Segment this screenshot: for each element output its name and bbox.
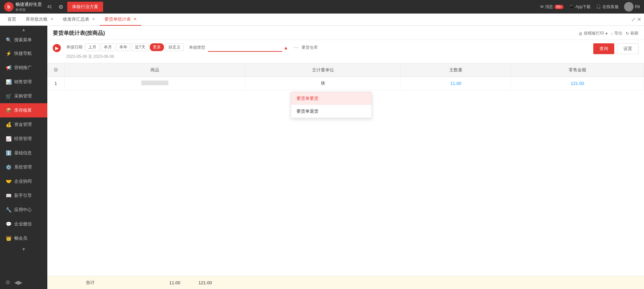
nav-number: 41: [45, 4, 54, 9]
table-footer: 合计 11.00 121.00: [47, 276, 644, 289]
sidebar-item-inventory[interactable]: 📦 库存核算: [0, 103, 47, 117]
data-table: ⚙ 商品 主计量单位 主数量 零售金额 1 块: [47, 63, 644, 90]
print-icon: 🖨: [578, 31, 582, 36]
message-btn[interactable]: ✉ 消息 99+: [540, 4, 564, 10]
tab-home[interactable]: 首页: [3, 14, 21, 26]
print-btn[interactable]: 🖨 按模板打印 ▾: [578, 30, 607, 36]
app-download-btn[interactable]: 📱 App下载: [569, 4, 591, 10]
quicknav-icon: ⚡: [5, 50, 11, 57]
col-amount: 零售金额: [511, 63, 644, 77]
enterprise-icon: 🤝: [5, 178, 11, 184]
tab-close-requisition-stats[interactable]: ✕: [134, 17, 137, 21]
sidebar-scroll-up[interactable]: ▲: [0, 26, 47, 34]
nav-gear-icon[interactable]: ⚙: [57, 4, 65, 10]
settings-btn[interactable]: 设置: [617, 43, 639, 54]
sidebar-item-quicknav[interactable]: ⚡ 快捷导航: [0, 46, 47, 61]
message-badge: 99+: [554, 5, 564, 9]
page-header: 要货单统计表(按商品) 🖨 按模板打印 ▾ ↓ 导出 ↻ 刷新: [47, 26, 644, 40]
marketing-icon: 📢: [5, 65, 11, 71]
type-dropdown: 要货单要货 要货单退货: [291, 92, 372, 118]
user-avatar[interactable]: Rit: [624, 2, 640, 12]
sidebar-item-enterprise[interactable]: 🤝 企业协同: [0, 174, 47, 188]
tab-requisition-stats[interactable]: 要货单统计表 ✕: [100, 14, 141, 26]
type-select-input[interactable]: [208, 43, 282, 52]
date-btn-last-7days[interactable]: 近7天: [132, 43, 148, 51]
industry-btn[interactable]: 体验行业方案: [67, 2, 103, 12]
sidebar-item-marketing[interactable]: 📢 营销推广: [0, 61, 47, 75]
top-header: b 畅捷通好生意 标准版 41 ⚙ 体验行业方案 ✉ 消息 99+ 📱 App下…: [0, 0, 644, 14]
finance-icon: 💰: [5, 121, 11, 128]
member-icon: 👑: [5, 235, 11, 241]
export-btn[interactable]: ↓ 导出: [611, 30, 622, 36]
dropdown-item-return[interactable]: 要货单退货: [291, 105, 372, 118]
refresh-btn[interactable]: ↻ 刷新: [626, 30, 639, 36]
filter-expand-btn[interactable]: ▶: [53, 44, 61, 52]
warehouse-more-icon[interactable]: ···: [294, 44, 299, 51]
sidebar-item-system[interactable]: ⚙️ 系统管理: [0, 160, 47, 174]
date-label: 单据日期: [66, 44, 82, 50]
sidebar-item-sales[interactable]: 📊 销售管理: [0, 75, 47, 89]
date-btn-this-year[interactable]: 本年: [116, 43, 130, 51]
cell-amount: 121.00: [511, 77, 644, 90]
date-range: 2023-05-06 至 2023-06-06: [66, 54, 184, 60]
filter-bar: ▶ 单据日期 上月 本月 本年 近7天 更多 自定义 2023-05-06 至 …: [47, 40, 644, 63]
message-icon: ✉: [540, 4, 544, 9]
query-btn[interactable]: 查询: [593, 43, 614, 54]
sidebar-item-guide[interactable]: 📖 新手引导: [0, 188, 47, 203]
cell-product: [64, 77, 245, 90]
main-layout: ▲ 🔍 搜索菜单 ⚡ 快捷导航 📢 营销推广 📊 销售管理 🛒 采购管理 📦 库…: [0, 26, 644, 289]
inventory-icon: 📦: [5, 107, 11, 113]
sidebar-item-member[interactable]: 👑 畅会员: [0, 231, 47, 245]
date-btn-last-month[interactable]: 上月: [85, 43, 99, 51]
tab-receive-summary[interactable]: 收发存汇总表 ✕: [58, 14, 100, 26]
tab-close-inventory-batch[interactable]: ✕: [50, 17, 53, 21]
phone-icon: 📱: [569, 4, 574, 9]
footer-quantity: 11.00: [160, 280, 190, 285]
date-btn-more[interactable]: 更多: [150, 43, 164, 51]
table-gear-icon[interactable]: ⚙: [53, 67, 58, 73]
nav-expand-btn[interactable]: ⤢: [631, 16, 636, 23]
system-icon: ⚙️: [5, 164, 11, 170]
sidebar: ▲ 🔍 搜索菜单 ⚡ 快捷导航 📢 营销推广 📊 销售管理 🛒 采购管理 📦 库…: [0, 26, 47, 289]
nav-expand-area: ⤢ ✕: [631, 16, 641, 23]
sidebar-item-apps[interactable]: 🔧 应用中心: [0, 203, 47, 217]
sidebar-item-finance[interactable]: 💰 资金管理: [0, 117, 47, 132]
date-filter-group: 单据日期 上月 本月 本年 近7天 更多 自定义 2023-05-06 至 20…: [66, 43, 184, 60]
sidebar-settings-icon[interactable]: ⚙: [5, 279, 10, 286]
type-filter-group: 单据类型 ▲ ··· 要货仓库: [189, 43, 318, 52]
sidebar-collapse-icon[interactable]: ◀▶: [14, 279, 22, 286]
print-chevron-icon: ▾: [605, 31, 607, 36]
warehouse-label: 要货仓库: [302, 45, 318, 50]
sidebar-item-basics[interactable]: ℹ️ 基础信息: [0, 146, 47, 160]
sidebar-bottom: ⚙ ◀▶: [0, 276, 47, 289]
type-chevron-up-icon[interactable]: ▲: [284, 45, 288, 50]
guide-icon: 📖: [5, 193, 11, 199]
search-icon: 🔍: [5, 37, 11, 43]
header-left: b 畅捷通好生意 标准版 41 ⚙ 体验行业方案: [4, 1, 103, 12]
col-quantity: 主数量: [401, 63, 511, 77]
nav-close-btn[interactable]: ✕: [637, 16, 641, 23]
avatar-img: [624, 2, 634, 12]
tab-close-receive-summary[interactable]: ✕: [92, 17, 95, 21]
sidebar-scroll-down[interactable]: ▼: [0, 245, 47, 253]
sidebar-item-wechat[interactable]: 💬 企业微信: [0, 217, 47, 231]
date-btn-custom[interactable]: 自定义: [165, 43, 184, 51]
col-settings: ⚙: [47, 63, 64, 77]
sidebar-item-operations[interactable]: 📈 经营管理: [0, 132, 47, 146]
col-unit: 主计量单位: [245, 63, 401, 77]
expand-arrow-icon: ▶: [55, 45, 59, 51]
apps-icon: 🔧: [5, 207, 11, 213]
sales-icon: 📊: [5, 79, 11, 85]
col-product: 商品: [64, 63, 245, 77]
date-btn-this-month[interactable]: 本月: [101, 43, 115, 51]
sidebar-item-purchase[interactable]: 🛒 采购管理: [0, 89, 47, 103]
date-btns: 上月 本月 本年 近7天 更多 自定义: [85, 43, 184, 51]
date-filter-row: 单据日期 上月 本月 本年 近7天 更多 自定义: [66, 43, 184, 51]
table-body: 1 块 11.00 121.00: [47, 77, 644, 90]
tab-inventory-batch[interactable]: 库存批次账 ✕: [21, 14, 58, 26]
dropdown-item-requisition[interactable]: 要货单要货: [291, 92, 372, 105]
online-service-btn[interactable]: 🎧 在线客服: [596, 4, 619, 10]
sidebar-item-search[interactable]: 🔍 搜索菜单: [0, 34, 47, 46]
wechat-icon: 💬: [5, 221, 11, 227]
type-select-wrapper: ▲: [208, 43, 288, 52]
